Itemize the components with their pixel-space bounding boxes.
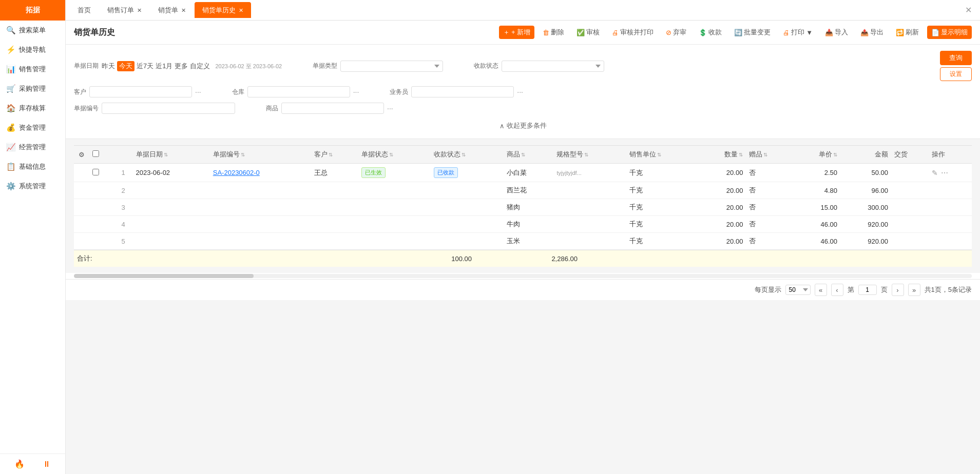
scrollbar-thumb[interactable] bbox=[74, 274, 254, 278]
sidebar-item-quicknav[interactable]: ⚡ 快捷导航 bbox=[0, 40, 65, 60]
date-quick-custom[interactable]: 自定义 bbox=[190, 62, 210, 71]
audit-print-button[interactable]: 🖨 审核并打印 bbox=[608, 26, 658, 39]
pay-status-label: 收款状态 bbox=[474, 62, 498, 70]
export-button[interactable]: 📤 导出 bbox=[856, 26, 888, 39]
toolbar: ＋ + 新增 🗑 删除 ✅ 审核 🖨 审核并打印 ⊘ 弃审 bbox=[499, 26, 972, 39]
sort-icon-gift: ⇅ bbox=[763, 152, 767, 157]
agent-label: 业务员 bbox=[390, 88, 408, 96]
sidebar-item-finance[interactable]: 💰 资金管理 bbox=[0, 118, 65, 137]
pause-icon[interactable]: ⏸ bbox=[43, 460, 51, 469]
col-pay-status[interactable]: 收款状态⇅ bbox=[431, 146, 504, 164]
col-qty[interactable]: 数量⇅ bbox=[699, 146, 746, 164]
col-doc-no[interactable]: 单据编号⇅ bbox=[210, 146, 311, 164]
sidebar-item-ops[interactable]: 📈 经营管理 bbox=[0, 137, 65, 157]
show-detail-button[interactable]: 📄 显示明细 bbox=[927, 26, 972, 39]
sidebar-item-basic[interactable]: 📋 基础信息 bbox=[0, 157, 65, 176]
page-number-input[interactable] bbox=[858, 285, 877, 295]
row-unit: 千克 bbox=[626, 216, 699, 233]
sort-icon-doc-status: ⇅ bbox=[389, 152, 393, 157]
warehouse-ellipsis[interactable]: ··· bbox=[353, 88, 359, 96]
tab-home[interactable]: 首页 bbox=[70, 2, 99, 18]
tab-sales-history-close[interactable]: ✕ bbox=[239, 7, 243, 14]
row-spec bbox=[553, 182, 626, 199]
sidebar-item-system[interactable]: ⚙️ 系统管理 bbox=[0, 176, 65, 196]
agent-input[interactable] bbox=[411, 86, 514, 97]
tab-sales-order-label: 销售订单 bbox=[107, 6, 134, 15]
row-customer bbox=[311, 233, 358, 250]
goods-input[interactable] bbox=[281, 103, 384, 114]
row-checkbox[interactable] bbox=[89, 164, 114, 182]
select-all-checkbox[interactable] bbox=[92, 150, 99, 157]
row-doc-status bbox=[358, 233, 431, 250]
collapse-button[interactable]: ∧ 收起更多条件 bbox=[74, 119, 972, 132]
date-quick-7days[interactable]: 近7天 bbox=[137, 62, 153, 71]
row-doc-no bbox=[210, 182, 311, 199]
sidebar-item-inventory[interactable]: 🏠 库存核算 bbox=[0, 98, 65, 118]
last-page-button[interactable]: » bbox=[908, 284, 920, 296]
row-gear bbox=[74, 199, 89, 216]
row-doc-no[interactable]: SA-20230602-0 bbox=[210, 164, 311, 182]
money-icon: 💰 bbox=[6, 123, 16, 132]
doc-type-select[interactable] bbox=[340, 61, 443, 72]
horizontal-scrollbar[interactable] bbox=[66, 273, 980, 279]
query-button[interactable]: 查询 bbox=[940, 51, 972, 65]
agent-ellipsis[interactable]: ··· bbox=[517, 88, 523, 96]
batch-change-button[interactable]: 🔄 批量变更 bbox=[730, 26, 775, 39]
fire-icon[interactable]: 🔥 bbox=[14, 459, 25, 469]
sidebar-item-purchase[interactable]: 🛒 采购管理 bbox=[0, 79, 65, 98]
tab-sales-goods[interactable]: 销货单 ✕ bbox=[150, 2, 194, 18]
prev-page-button[interactable]: ‹ bbox=[831, 284, 843, 296]
col-checkbox[interactable] bbox=[89, 146, 114, 164]
sidebar-item-search[interactable]: 🔍 搜索菜单 bbox=[0, 21, 65, 40]
abandon-button[interactable]: ⊘ 弃审 bbox=[662, 26, 690, 39]
import-button[interactable]: 📥 导入 bbox=[821, 26, 852, 39]
date-quick-more[interactable]: 更多 bbox=[175, 62, 188, 71]
customer-input[interactable] bbox=[89, 86, 192, 97]
next-page-button[interactable]: › bbox=[892, 284, 904, 296]
date-quick-1month[interactable]: 近1月 bbox=[156, 62, 172, 71]
collect-button[interactable]: 💲 收款 bbox=[695, 26, 726, 39]
plus-icon: ＋ bbox=[503, 28, 510, 37]
row-customer bbox=[311, 199, 358, 216]
per-page-select[interactable]: 50 100 200 bbox=[785, 285, 811, 295]
delete-button[interactable]: 🗑 删除 bbox=[539, 26, 568, 39]
table-row: 3猪肉千克20.00否15.00300.00 bbox=[74, 199, 972, 216]
total-info: 共1页，5条记录 bbox=[925, 285, 972, 294]
new-button[interactable]: ＋ + 新增 bbox=[499, 26, 534, 39]
set-button[interactable]: 设置 bbox=[940, 67, 972, 81]
col-doc-status[interactable]: 单据状态⇅ bbox=[358, 146, 431, 164]
col-goods[interactable]: 商品⇅ bbox=[504, 146, 554, 164]
close-all-tabs-button[interactable]: ✕ bbox=[961, 5, 976, 15]
docno-input[interactable] bbox=[102, 103, 235, 114]
warehouse-input[interactable] bbox=[247, 86, 350, 97]
tab-sales-order-close[interactable]: ✕ bbox=[137, 7, 142, 14]
more-icon[interactable]: ⋯ bbox=[941, 169, 948, 177]
edit-icon[interactable]: ✎ bbox=[932, 169, 938, 177]
tab-sales-history[interactable]: 销货单历史 ✕ bbox=[195, 2, 251, 18]
warehouse-label: 仓库 bbox=[232, 88, 244, 96]
col-doc-date[interactable]: 单据日期⇅ bbox=[133, 146, 210, 164]
goods-ellipsis[interactable]: ··· bbox=[387, 104, 393, 112]
date-quick-yesterday[interactable]: 昨天 bbox=[102, 62, 115, 71]
audit-button[interactable]: ✅ 审核 bbox=[572, 26, 604, 39]
col-price[interactable]: 单价⇅ bbox=[793, 146, 840, 164]
customer-ellipsis[interactable]: ··· bbox=[195, 88, 201, 96]
sidebar-item-sales[interactable]: 📊 销售管理 bbox=[0, 60, 65, 79]
refresh-button[interactable]: 🔁 刷新 bbox=[892, 26, 923, 39]
col-gear[interactable]: ⚙ bbox=[74, 146, 89, 164]
date-quick-today[interactable]: 今天 bbox=[117, 61, 134, 71]
first-page-button[interactable]: « bbox=[815, 284, 827, 296]
col-gift[interactable]: 赠品⇅ bbox=[746, 146, 793, 164]
print-button[interactable]: 🖨 打印 ▼ bbox=[779, 26, 817, 39]
tab-sales-order[interactable]: 销售订单 ✕ bbox=[100, 2, 149, 18]
col-customer[interactable]: 客户⇅ bbox=[311, 146, 358, 164]
col-exchange: 交货 bbox=[891, 146, 929, 164]
pagination: 每页显示 50 100 200 « ‹ 第 页 › » 共1页，5条记录 bbox=[66, 279, 980, 300]
pay-status-select[interactable] bbox=[502, 61, 604, 72]
audit-print-icon: 🖨 bbox=[612, 29, 619, 36]
tab-sales-goods-close[interactable]: ✕ bbox=[181, 7, 186, 14]
col-spec[interactable]: 规格型号⇅ bbox=[553, 146, 626, 164]
row-amount: 50.00 bbox=[840, 164, 891, 182]
row-doc-status bbox=[358, 182, 431, 199]
col-unit[interactable]: 销售单位⇅ bbox=[626, 146, 699, 164]
